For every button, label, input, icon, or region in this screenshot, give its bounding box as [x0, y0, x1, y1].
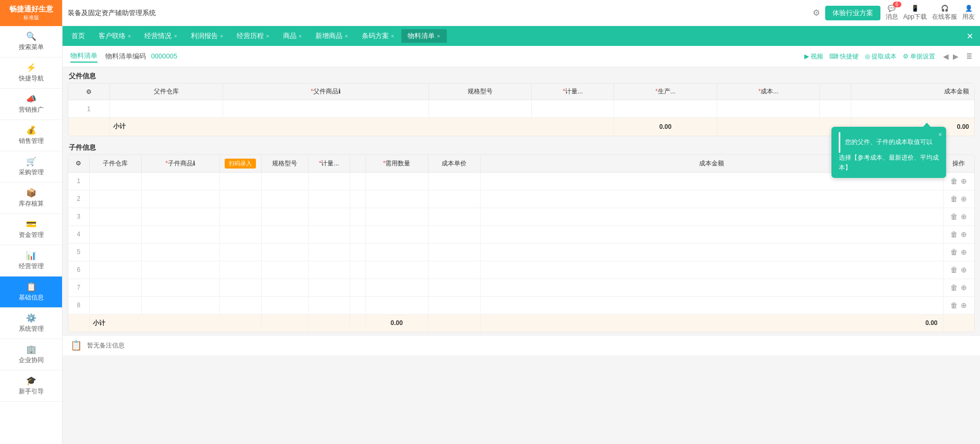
copy-icon[interactable]: ⊕ — [961, 283, 967, 292]
parent-row-produce[interactable] — [614, 100, 717, 118]
cost-action[interactable]: ◎ 提取成本 — [865, 52, 897, 61]
child-row-unit[interactable] — [308, 296, 350, 314]
parent-row-cost[interactable] — [717, 100, 820, 118]
child-row-spec[interactable] — [261, 190, 308, 208]
nav-tab-customers[interactable]: 客户联络× — [92, 29, 137, 43]
child-row-goods[interactable] — [141, 208, 219, 225]
sidebar-item-system[interactable]: ⚙️系统管理 — [0, 308, 62, 339]
child-row-warehouse[interactable] — [89, 279, 141, 296]
child-row-unit[interactable] — [308, 243, 350, 261]
try-btn[interactable]: 体验行业方案 — [825, 6, 880, 20]
tab-close-profit[interactable]: × — [220, 33, 223, 39]
parent-row-unit[interactable] — [532, 100, 614, 118]
shortcut-action[interactable]: ⌨ 快捷键 — [829, 52, 859, 61]
child-row-unit-cost[interactable] — [428, 243, 480, 261]
child-row-unit-cost[interactable] — [428, 208, 480, 225]
copy-icon[interactable]: ⊕ — [961, 248, 967, 256]
child-row-warehouse[interactable] — [89, 296, 141, 314]
tab-close-customers[interactable]: × — [128, 33, 131, 39]
child-row-unit-cost[interactable] — [428, 261, 480, 279]
child-row-warehouse[interactable] — [89, 208, 141, 225]
parent-row-warehouse[interactable] — [109, 100, 223, 118]
tab-close-goods[interactable]: × — [299, 33, 302, 39]
child-row-spec[interactable] — [261, 243, 308, 261]
copy-icon[interactable]: ⊕ — [961, 266, 967, 274]
child-col-settings[interactable]: ⚙ — [68, 155, 89, 173]
child-row-unit[interactable] — [308, 279, 350, 296]
child-row-unit[interactable] — [308, 190, 350, 208]
tab-close-bom[interactable]: × — [437, 33, 440, 39]
delete-icon[interactable]: 🗑 — [950, 230, 958, 238]
delete-icon[interactable]: 🗑 — [950, 301, 958, 309]
tab-close-operation[interactable]: × — [174, 33, 177, 39]
nav-tab-bom[interactable]: 物料清单× — [401, 29, 446, 43]
sidebar-item-basic[interactable]: 📋基础信息 — [0, 277, 62, 308]
tab-close-addgoods[interactable]: × — [345, 33, 348, 39]
nav-tab-home[interactable]: 首页 — [65, 29, 91, 43]
setting-action[interactable]: ⚙ 单据设置 — [903, 52, 935, 61]
child-row-unit-cost[interactable] — [428, 225, 480, 243]
next-arrow[interactable]: ▶ — [951, 52, 960, 61]
child-row-qty[interactable] — [365, 261, 428, 279]
child-row-unit[interactable] — [308, 261, 350, 279]
video-action[interactable]: ▶ 视频 — [804, 52, 823, 61]
delete-icon[interactable]: 🗑 — [950, 248, 958, 256]
tab-close-barcode[interactable]: × — [391, 33, 394, 39]
nav-tab-profit[interactable]: 利润报告× — [185, 29, 229, 43]
parent-col-settings[interactable]: ⚙ — [68, 83, 109, 100]
child-row-qty[interactable] — [365, 172, 428, 190]
nav-tab-operation[interactable]: 经营情况× — [138, 29, 183, 43]
settings-icon[interactable]: ⚙ — [813, 8, 820, 18]
nav-tab-history[interactable]: 经营历程× — [230, 29, 275, 43]
child-row-spec[interactable] — [261, 279, 308, 296]
child-col-scan[interactable]: 扫码录入 — [219, 155, 261, 173]
child-row-unit-cost[interactable] — [428, 190, 480, 208]
view-toggle-icon[interactable]: ☰ — [966, 53, 972, 60]
child-row-warehouse[interactable] — [89, 243, 141, 261]
child-row-qty[interactable] — [365, 208, 428, 225]
sidebar-item-finance[interactable]: 💳资金管理 — [0, 214, 62, 245]
child-row-unit[interactable] — [308, 225, 350, 243]
sidebar-item-quicknav[interactable]: ⚡快捷导航 — [0, 57, 62, 89]
child-row-goods[interactable] — [141, 243, 219, 261]
delete-icon[interactable]: 🗑 — [950, 177, 958, 185]
child-row-goods[interactable] — [141, 190, 219, 208]
child-row-qty[interactable] — [365, 225, 428, 243]
tab-close-history[interactable]: × — [266, 33, 269, 39]
child-row-warehouse[interactable] — [89, 225, 141, 243]
child-row-goods[interactable] — [141, 261, 219, 279]
child-row-unit[interactable] — [308, 208, 350, 225]
delete-icon[interactable]: 🗑 — [950, 195, 958, 203]
sidebar-item-marketing[interactable]: 📣营销推广 — [0, 89, 62, 120]
sidebar-item-operation[interactable]: 📊经营管理 — [0, 245, 62, 277]
scan-button[interactable]: 扫码录入 — [225, 159, 256, 169]
sidebar-item-guide[interactable]: 🎓新手引导 — [0, 370, 62, 402]
child-row-warehouse[interactable] — [89, 261, 141, 279]
sidebar-item-purchase[interactable]: 🛒采购管理 — [0, 151, 62, 183]
message-icon[interactable]: 💬 6 消息 — [886, 5, 898, 21]
delete-icon[interactable]: 🗑 — [950, 266, 958, 274]
copy-icon[interactable]: ⊕ — [961, 177, 967, 185]
child-row-spec[interactable] — [261, 296, 308, 314]
child-row-unit-cost[interactable] — [428, 279, 480, 296]
nav-tab-goods[interactable]: 商品× — [277, 29, 308, 43]
child-row-qty[interactable] — [365, 296, 428, 314]
child-row-qty[interactable] — [365, 190, 428, 208]
nav-tab-barcode[interactable]: 条码方案× — [356, 29, 400, 43]
sidebar-item-sales[interactable]: 💰销售管理 — [0, 120, 62, 151]
tooltip-close-button[interactable]: × — [938, 130, 942, 140]
child-row-spec[interactable] — [261, 208, 308, 225]
online-service[interactable]: 🎧 在线客服 — [932, 5, 957, 21]
child-row-qty[interactable] — [365, 243, 428, 261]
prev-arrow[interactable]: ◀ — [941, 52, 950, 61]
parent-row-spec[interactable] — [428, 100, 532, 118]
child-row-goods[interactable] — [141, 279, 219, 296]
child-row-goods[interactable] — [141, 225, 219, 243]
sidebar-item-stock[interactable]: 📦库存核算 — [0, 183, 62, 214]
nav-tab-addgoods[interactable]: 新增商品× — [309, 29, 354, 43]
child-row-goods[interactable] — [141, 296, 219, 314]
copy-icon[interactable]: ⊕ — [961, 195, 967, 203]
child-row-unit-cost[interactable] — [428, 172, 480, 190]
app-download[interactable]: 📱 App下载 — [903, 5, 927, 21]
copy-icon[interactable]: ⊕ — [961, 212, 967, 221]
